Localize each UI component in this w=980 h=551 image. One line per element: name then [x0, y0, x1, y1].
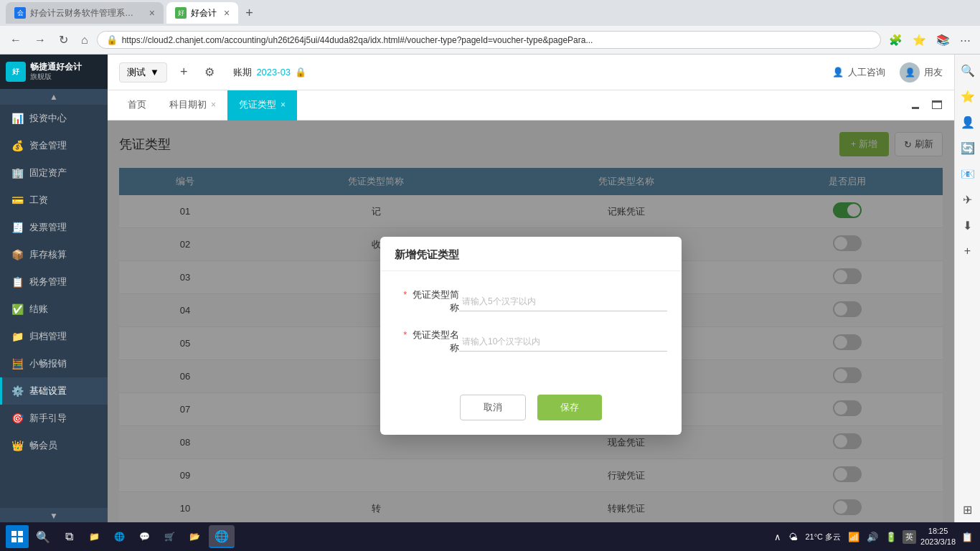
sidebar-item-touzi[interactable]: 📊 投资中心 — [0, 105, 108, 132]
tab-close-1[interactable]: × — [149, 7, 155, 19]
tab-voucher-type-close[interactable]: × — [281, 100, 286, 110]
fapiao-icon: 🧾 — [11, 222, 24, 233]
address-bar[interactable]: 🔒 https://cloud2.chanjet.com/accounting/… — [97, 31, 881, 49]
right-sync-icon[interactable]: 🔄 — [958, 138, 978, 158]
full-name-row: * 凭证类型名称 — [395, 329, 667, 354]
tab-voucher-type[interactable]: 凭证类型 × — [227, 90, 297, 121]
guidang-icon: 📁 — [11, 331, 24, 342]
sidebar-item-xinshou[interactable]: 🎯 新手引导 — [0, 405, 108, 432]
url-text: https://cloud2.chanjet.com/accounting/uh… — [122, 35, 872, 45]
svg-rect-3 — [18, 537, 23, 542]
tab-kemu[interactable]: 科目期初 × — [158, 90, 227, 121]
tab-favicon-1: 会 — [14, 7, 26, 19]
back-button[interactable]: ← — [6, 31, 26, 50]
tab-minimize-button[interactable]: 🗕 — [907, 98, 924, 113]
sidebar-header: 好 畅捷通好会计 旗舰版 — [0, 55, 108, 89]
collections-icon[interactable]: 📚 — [933, 31, 953, 50]
required-mark-2: * — [403, 329, 407, 340]
taskbar-edge[interactable]: 🌐 — [209, 525, 235, 548]
svg-rect-2 — [11, 537, 17, 542]
company-selector[interactable]: 测试 ▼ — [119, 62, 167, 83]
jichushezhi-label: 基础设置 — [29, 385, 67, 397]
full-name-label-text: 凭证类型名称 — [413, 329, 459, 353]
period-value: 2023-03 — [256, 67, 291, 77]
taskbar-store[interactable]: 🛒 — [159, 525, 181, 548]
consult-button[interactable]: 👤 人工咨询 — [826, 63, 891, 82]
sidebar-item-guidang[interactable]: 📁 归档管理 — [0, 323, 108, 350]
right-add-icon[interactable]: + — [958, 241, 978, 261]
user-menu[interactable]: 👤 用友 — [900, 62, 943, 83]
home-button[interactable]: ⌂ — [77, 31, 93, 50]
right-user-icon[interactable]: 👤 — [958, 112, 978, 132]
sidebar-item-kucun[interactable]: 📦 库存核算 — [0, 241, 108, 268]
zijin-label: 资金管理 — [29, 139, 67, 152]
right-feishu-icon[interactable]: ✈ — [958, 189, 978, 209]
tab-close-2[interactable]: × — [224, 7, 230, 19]
sidebar-item-fapiao[interactable]: 🧾 发票管理 — [0, 214, 108, 241]
taskbar-wechat[interactable]: 💬 — [133, 525, 156, 548]
taskbar-explorer[interactable]: 📁 — [83, 525, 105, 548]
sidebar-item-guding[interactable]: 🏢 固定资产 — [0, 159, 108, 187]
tray-battery: 🔋 — [884, 530, 898, 544]
right-search-icon[interactable]: 🔍 — [958, 60, 978, 80]
logo-sub: 旗舰版 — [30, 72, 82, 82]
gongzi-icon: 💳 — [11, 194, 24, 206]
right-grid-icon[interactable]: ⊞ — [958, 499, 978, 519]
tab-nav: 首页 科目期初 × 凭证类型 × 🗕 🗖 — [108, 90, 954, 121]
taskbar-clock[interactable]: 18:25 2023/3/18 — [920, 526, 956, 548]
period-label: 账期 — [233, 66, 252, 79]
tab-maximize-button[interactable]: 🗖 — [928, 98, 946, 113]
short-name-label: * 凭证类型简称 — [395, 288, 459, 314]
start-button[interactable] — [6, 525, 29, 548]
tray-language[interactable]: 英 — [903, 530, 916, 544]
svg-rect-1 — [18, 531, 23, 536]
forward-button[interactable]: → — [30, 31, 50, 50]
tab-voucher-type-label: 凭证类型 — [239, 98, 276, 111]
sidebar-scroll-up[interactable]: ▲ — [0, 89, 108, 105]
sidebar-scroll-down[interactable]: ▼ — [0, 508, 108, 524]
save-button[interactable]: 保存 — [537, 395, 602, 420]
right-panel: 🔍 ⭐ 👤 🔄 📧 ✈ ⬇ + ⊞ ⚙ — [954, 55, 980, 551]
taskbar-taskview[interactable]: ⧉ — [57, 525, 80, 548]
taskbar-files[interactable]: 📂 — [184, 525, 206, 548]
add-company-button[interactable]: + — [176, 62, 192, 83]
tray-weather[interactable]: 🌤 — [787, 530, 799, 544]
right-outlook-icon[interactable]: 📧 — [958, 164, 978, 184]
browser-tab-1[interactable]: 会 好会计云财务软件管理系统_会计 × — [6, 2, 164, 24]
sidebar-item-huiyuan[interactable]: 👑 畅会员 — [0, 432, 108, 459]
taskbar-search[interactable]: 🔍 — [32, 525, 55, 548]
xinshou-icon: 🎯 — [11, 413, 24, 424]
sidebar-item-shuiwu[interactable]: 📋 税务管理 — [0, 268, 108, 296]
guding-icon: 🏢 — [11, 167, 24, 179]
tab-kemu-close[interactable]: × — [211, 100, 216, 110]
sidebar-item-jichushezhi[interactable]: ⚙️ 基础设置 — [0, 377, 108, 405]
tray-chevron[interactable]: ∧ — [773, 530, 783, 544]
sidebar-item-zijin[interactable]: 💰 资金管理 — [0, 132, 108, 159]
touzi-label: 投资中心 — [29, 112, 67, 125]
shuiwu-label: 税务管理 — [29, 276, 67, 288]
settings-icon[interactable]: ⋯ — [956, 31, 974, 50]
sidebar-item-jiezhang[interactable]: ✅ 结账 — [0, 296, 108, 323]
sidebar-item-gongzi[interactable]: 💳 工资 — [0, 187, 108, 214]
guding-label: 固定资产 — [29, 166, 67, 179]
refresh-button[interactable]: ↻ — [55, 30, 72, 50]
tab-home[interactable]: 首页 — [116, 90, 158, 121]
new-tab-button[interactable]: + — [241, 6, 258, 21]
favorites-icon[interactable]: ⭐ — [909, 31, 930, 50]
short-name-input[interactable] — [459, 291, 667, 311]
sidebar-item-xiaopao[interactable]: 🧮 小畅报销 — [0, 350, 108, 377]
consult-icon: 👤 — [832, 67, 844, 77]
right-download-icon[interactable]: ⬇ — [958, 215, 978, 235]
extensions-icon[interactable]: 🧩 — [885, 31, 906, 50]
tray-volume[interactable]: 🔊 — [865, 530, 880, 544]
right-star-icon[interactable]: ⭐ — [958, 86, 978, 106]
full-name-input[interactable] — [459, 331, 667, 352]
taskbar-chrome[interactable]: 🌐 — [108, 525, 131, 548]
tray-wifi[interactable]: 📶 — [847, 530, 861, 544]
chrome-icon: 🌐 — [114, 532, 125, 542]
cancel-button[interactable]: 取消 — [460, 395, 526, 420]
period-info: 账期 2023-03 🔒 — [233, 66, 306, 79]
company-settings-button[interactable]: ⚙ — [200, 62, 219, 82]
tray-notification[interactable]: 📋 — [960, 530, 974, 544]
browser-tab-2[interactable]: 好 好会计 × — [166, 2, 238, 24]
